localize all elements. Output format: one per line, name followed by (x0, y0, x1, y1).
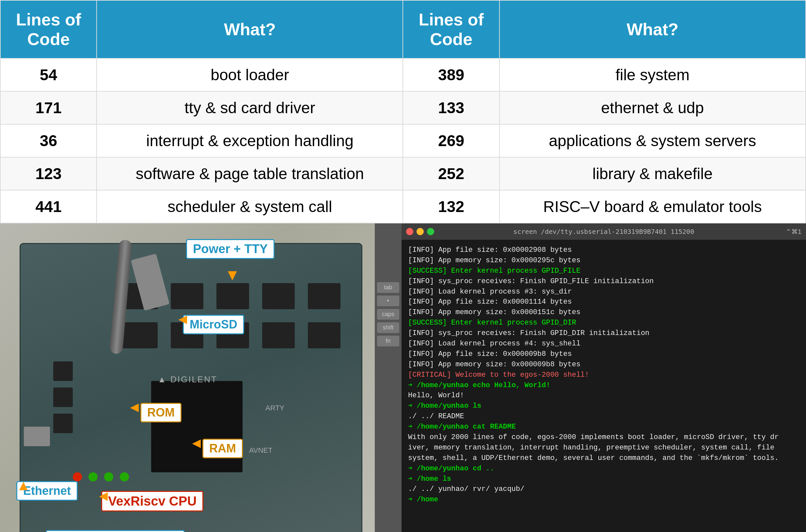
label-vexriscv: VexRiscv CPU (101, 491, 203, 511)
terminal-line: iver, memory translation, interrupt hand… (408, 443, 800, 453)
what2-cell: file system (499, 58, 806, 91)
label-ram: RAM (202, 439, 243, 458)
terminal-line: ./ ../ yunhao/ rvr/ yacqub/ (408, 484, 800, 494)
terminal-line: [INFO] App file size: 0x000009b8 bytes (408, 349, 800, 359)
btn-green2 (104, 472, 113, 481)
terminal-line: [INFO] sys_proc receives: Finish GPID_DI… (408, 328, 800, 339)
terminal-line: [INFO] App memory size: 0x0000151c bytes (408, 307, 800, 318)
close-button[interactable] (406, 228, 413, 235)
label-arty: Arty A7 FPGA board (46, 530, 185, 532)
maximize-button[interactable] (427, 228, 434, 235)
top-section: Lines of Code What? Lines of Code What? … (0, 0, 806, 224)
chip-small2 (53, 387, 73, 407)
terminal-line: With only 2000 lines of code, egos-2000 … (408, 432, 800, 443)
terminal-text: [INFO] sys_proc receives: Finish GPID_FI… (408, 277, 654, 285)
arrow-ram: ◄ (189, 435, 204, 451)
lines-of-code-table: Lines of Code What? Lines of Code What? … (0, 0, 806, 224)
terminal-line: ➜ /home/yunhao echo Hello, World! (408, 380, 800, 391)
terminal-window: screen /dev/tty.usbserial-210319B9B7401 … (402, 224, 806, 532)
terminal-line: [INFO] App memory size: 0x000009b8 bytes (408, 359, 800, 370)
brand-avnet: AVNET (249, 446, 273, 455)
arrow-ethernet: ▲ (16, 477, 31, 494)
chip-small1 (53, 361, 73, 381)
label-powertty: Power + TTY (186, 239, 275, 259)
table-row: 54 boot loader 389 file system (0, 58, 806, 91)
header-loc1: Lines of Code (0, 0, 97, 58)
terminal-line: ➜ /home/yunhao ls (408, 401, 800, 411)
loc2-cell: 389 (403, 58, 499, 91)
terminal-line: [INFO] Load kernel process #4: sys_shell (408, 339, 800, 349)
terminal-text: ➜ /home/yunhao ls (408, 402, 481, 410)
key-tab: tab (377, 282, 399, 293)
terminal-shortcut: ⌃⌘1 (786, 228, 802, 235)
key-dot: • (377, 296, 399, 306)
label-microsd: MicroSD (183, 315, 244, 334)
ethernet-port (24, 426, 50, 446)
loc2-cell: 252 (403, 157, 499, 190)
header-what2: What? (499, 0, 806, 58)
terminal-line: [INFO] App file size: 0x00002908 bytes (408, 245, 800, 255)
terminal-text: system, shell, a UDP/Ethernet demo, seve… (408, 454, 778, 462)
terminal-line: Hello, World! (408, 391, 800, 401)
terminal-text: [INFO] Load kernel process #4: sys_shell (408, 340, 581, 348)
what2-cell: RISC–V board & emulator tools (499, 190, 806, 223)
key-shift: shift (377, 322, 399, 333)
terminal-text: ➜ /home ls (408, 475, 451, 483)
loc1-cell: 171 (0, 91, 97, 124)
terminal-line: [SUCCESS] Enter kernel process GPID_DIR (408, 318, 800, 328)
terminal-line: [SUCCESS] Enter kernel process GPID_FILE (408, 266, 800, 276)
terminal-title: screen /dev/tty.usbserial-210319B9B7401 … (513, 228, 694, 235)
loc2-cell: 269 (403, 124, 499, 157)
terminal-text: [INFO] App memory size: 0x0000295c bytes (408, 256, 581, 265)
what2-cell: applications & system servers (499, 124, 806, 157)
fpga-chip (151, 381, 242, 472)
buttons-row (73, 472, 129, 481)
brand-digilent: ▲ DIGILENT (158, 375, 217, 384)
terminal-text: ./ ../ yunhao/ rvr/ yacqub/ (408, 485, 524, 493)
loc1-cell: 123 (0, 157, 97, 190)
terminal-text: ./ ../ README (408, 412, 464, 420)
arrow-microsd: ◄ (176, 311, 190, 327)
terminal-text: [INFO] App memory size: 0x0000151c bytes (408, 308, 581, 317)
arrow-vexriscv: ◄ (96, 488, 111, 504)
chip10 (308, 322, 341, 348)
terminal-text: [INFO] Load kernel process #3: sys_dir (408, 288, 572, 296)
terminal-text: [INFO] App file size: 0x000009b8 bytes (408, 350, 572, 358)
minimize-button[interactable] (417, 228, 424, 235)
what2-cell: library & makefile (499, 157, 806, 190)
btn-red (73, 472, 82, 481)
loc1-cell: 36 (0, 124, 97, 157)
arrow-powertty: ▼ (225, 266, 240, 284)
terminal-text: ➜ /home/yunhao cd .. (408, 464, 494, 473)
chip2 (171, 283, 203, 309)
what1-cell: software & page table translation (97, 157, 403, 190)
terminal-text: [INFO] App file size: 0x00001114 bytes (408, 298, 572, 306)
terminal-text: [SUCCESS] Enter kernel process GPID_DIR (408, 319, 576, 327)
chip-small3 (53, 414, 73, 433)
terminal-body: [INFO] App file size: 0x00002908 bytes[I… (402, 240, 806, 532)
terminal-line: [CRITICAL] Welcome to the egos-2000 shel… (408, 370, 800, 380)
chip5 (308, 283, 341, 309)
table-row: 171 tty & sd card driver 133 ethernet & … (0, 91, 806, 124)
arrow-rom: ◄ (127, 399, 142, 415)
terminal-line: ./ ../ README (408, 411, 800, 422)
what2-cell: ethernet & udp (499, 91, 806, 124)
table-row: 123 software & page table translation 25… (0, 157, 806, 190)
chip4 (262, 283, 295, 309)
loc1-cell: 441 (0, 190, 97, 223)
terminal-line: ➜ /home (408, 494, 800, 505)
what1-cell: boot loader (97, 58, 403, 91)
brand-arty: ARTY (265, 404, 284, 412)
terminal-text: [CRITICAL] Welcome to the egos-2000 shel… (408, 371, 589, 379)
what1-cell: interrupt & exception handling (97, 124, 403, 157)
terminal-titlebar: screen /dev/tty.usbserial-210319B9B7401 … (402, 224, 806, 240)
loc2-cell: 132 (403, 190, 499, 223)
table-row: 441 scheduler & system call 132 RISC–V b… (0, 190, 806, 223)
keyboard-strip: tab • caps shift fn (375, 224, 402, 532)
bottom-section: ▲ DIGILENT ARTY AVNET Power + TTY ▼ Micr… (0, 224, 806, 532)
chip3 (216, 283, 249, 309)
terminal-text: [INFO] sys_proc receives: Finish GPID_DI… (408, 329, 649, 337)
header-loc2: Lines of Code (403, 0, 499, 58)
terminal-text: [INFO] App file size: 0x00002908 bytes (408, 246, 572, 254)
terminal-text: iver, memory translation, interrupt hand… (408, 443, 774, 452)
